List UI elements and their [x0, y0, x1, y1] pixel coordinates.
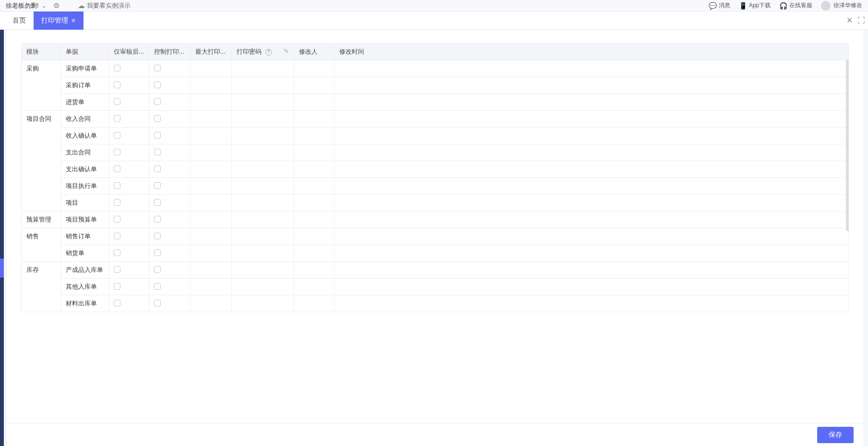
checkbox[interactable] [114, 300, 120, 306]
cell-doc: 销售订单 [61, 228, 109, 245]
checkbox[interactable] [114, 82, 120, 88]
checkbox[interactable] [154, 249, 161, 256]
cell-max-print [190, 144, 232, 161]
checkbox[interactable] [154, 199, 161, 206]
cell-module: 库存 [22, 262, 61, 312]
messages-label: 消息 [719, 1, 730, 10]
phone-icon: 📱 [739, 2, 747, 10]
checkbox[interactable] [154, 283, 161, 290]
cell-audit-only [109, 77, 149, 94]
main-panel: 模块 单据 仅审核后... 控制打印... 最大打印... 打印密码 ? ✎ 修… [7, 30, 863, 423]
online-service-link[interactable]: 🎧 在线客服 [779, 1, 812, 10]
cell-max-print [190, 262, 232, 279]
th-control-print: 控制打印... [149, 44, 190, 60]
checkbox[interactable] [114, 199, 120, 206]
cell-control-print [149, 161, 190, 178]
checkbox[interactable] [154, 216, 161, 223]
help-icon[interactable]: ? [265, 49, 272, 56]
table-scrollbar[interactable] [846, 59, 849, 231]
table-row: 材料出库单 [22, 295, 849, 312]
checkbox[interactable] [114, 165, 120, 172]
checkbox[interactable] [154, 115, 161, 122]
cell-control-print [149, 228, 190, 245]
tabs-row: 首页 打印管理 ✕ ✕ ⛶ [0, 12, 868, 30]
checkbox[interactable] [114, 182, 120, 189]
cell-modify-time [334, 245, 849, 262]
company-selector[interactable]: 徐老板勿删! ⌄ [6, 1, 47, 10]
cell-modifier [294, 161, 334, 178]
cell-modify-time [334, 178, 849, 195]
cell-print-password [232, 195, 294, 211]
th-audit-only: 仅审核后... [109, 44, 149, 60]
cell-audit-only [109, 245, 149, 262]
messages-link[interactable]: 💬 消息 [709, 1, 730, 10]
checkbox[interactable] [114, 266, 120, 273]
cell-modifier [294, 262, 334, 279]
cell-max-print [190, 94, 232, 111]
cloud-icon: ☁ [78, 1, 85, 10]
gear-icon[interactable]: ⚙ [53, 1, 59, 10]
checkbox[interactable] [114, 65, 120, 71]
save-button[interactable]: 保存 [817, 427, 854, 443]
cell-print-password [232, 279, 294, 295]
footer-bar: 保存 [7, 423, 863, 446]
cell-doc: 收入合同 [61, 111, 109, 128]
checkbox[interactable] [154, 182, 161, 189]
checkbox[interactable] [154, 300, 161, 306]
cell-doc: 进货单 [61, 94, 109, 111]
th-modifier: 修改人 [294, 44, 334, 60]
app-download-link[interactable]: 📱 App下载 [739, 1, 771, 10]
checkbox[interactable] [114, 132, 120, 139]
checkbox[interactable] [154, 165, 161, 172]
close-icon[interactable]: ✕ [71, 17, 76, 24]
checkbox[interactable] [154, 266, 161, 273]
cell-control-print [149, 128, 190, 144]
app-download-label: App下载 [749, 1, 771, 10]
message-icon: 💬 [709, 2, 717, 10]
cell-modifier [294, 245, 334, 262]
sidebar-expand-handle[interactable] [0, 258, 4, 278]
cell-modify-time [334, 111, 849, 128]
cell-modifier [294, 60, 334, 77]
headset-icon: 🎧 [779, 2, 787, 10]
checkbox[interactable] [114, 216, 120, 223]
checkbox[interactable] [114, 283, 120, 290]
table-row: 销售销售订单 [22, 228, 849, 245]
fullscreen-icon[interactable]: ⛶ [857, 16, 865, 25]
cell-modify-time [334, 228, 849, 245]
tab-print-management[interactable]: 打印管理 ✕ [34, 12, 83, 30]
checkbox[interactable] [154, 233, 161, 239]
th-max-print: 最大打印... [190, 44, 232, 60]
cell-modify-time [334, 94, 849, 111]
cell-max-print [190, 77, 232, 94]
cell-max-print [190, 111, 232, 128]
checkbox[interactable] [154, 132, 161, 139]
edit-icon[interactable]: ✎ [284, 47, 289, 55]
cell-doc: 材料出库单 [61, 295, 109, 312]
checkbox[interactable] [154, 82, 161, 88]
checkbox[interactable] [154, 65, 161, 71]
checkbox[interactable] [114, 233, 120, 239]
checkbox[interactable] [114, 98, 120, 105]
cell-modify-time [334, 144, 849, 161]
checkbox[interactable] [154, 149, 161, 155]
user-menu[interactable]: 徐泽华修改 [821, 1, 862, 11]
cell-doc: 收入确认单 [61, 128, 109, 144]
tab-home-label: 首页 [12, 16, 26, 25]
th-print-password-label: 打印密码 [237, 48, 262, 55]
cell-modifier [294, 195, 334, 211]
close-all-tabs-icon[interactable]: ✕ [846, 16, 853, 25]
checkbox[interactable] [114, 115, 120, 122]
company-name: 徐老板勿删! [6, 1, 39, 10]
checkbox[interactable] [154, 98, 161, 105]
demo-link[interactable]: ☁ 我要看实例演示 [78, 1, 131, 10]
cell-modify-time [334, 262, 849, 279]
cell-print-password [232, 262, 294, 279]
cell-modifier [294, 77, 334, 94]
checkbox[interactable] [114, 249, 120, 256]
th-print-password: 打印密码 ? ✎ [232, 44, 294, 60]
checkbox[interactable] [114, 149, 120, 155]
table-row: 采购采购申请单 [22, 60, 849, 77]
tab-home[interactable]: 首页 [5, 12, 34, 30]
cell-doc: 支出确认单 [61, 161, 109, 178]
